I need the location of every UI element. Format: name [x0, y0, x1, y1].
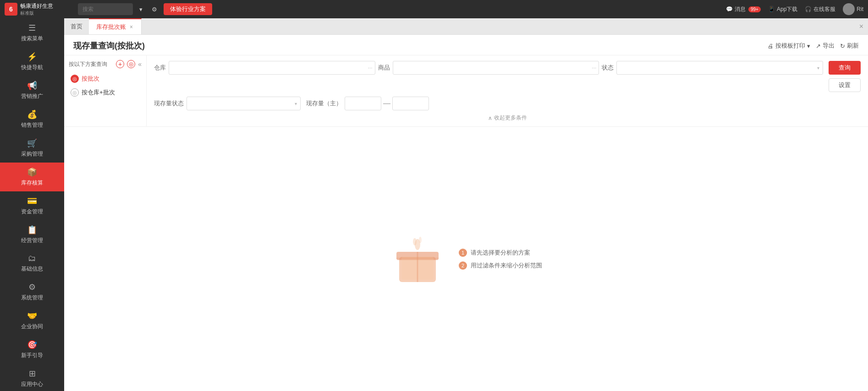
- sidebar-label-guide: 新手引导: [21, 352, 43, 359]
- warehouse-more-icon[interactable]: ···: [368, 65, 373, 71]
- tip-1-number: 1: [459, 249, 467, 257]
- sidebar-item-marketing[interactable]: 📢 营销推广: [0, 76, 64, 105]
- sidebar-item-ops[interactable]: 📋 经营管理: [0, 220, 64, 249]
- status-select-wrap: 启用 停用 ▾: [616, 61, 823, 75]
- system-icon: ⚙: [28, 282, 36, 292]
- purchase-icon: 🛒: [27, 138, 37, 148]
- messages-badge: 99+: [748, 6, 761, 12]
- scheme-item-batch[interactable]: ◎ 按批次: [64, 72, 146, 86]
- tab-inventory-batch[interactable]: 库存批次账 ×: [89, 18, 142, 34]
- scheme-add-btn[interactable]: +: [116, 60, 124, 68]
- scheme-collapse-btn[interactable]: «: [138, 60, 142, 68]
- sidebar-item-sales[interactable]: 💰 销售管理: [0, 105, 64, 134]
- sidebar-item-inventory[interactable]: 📦 库存核算: [0, 163, 64, 191]
- settings-btn[interactable]: ⚙: [149, 5, 160, 14]
- finance-icon: 💳: [27, 196, 37, 206]
- goods-label: 商品: [378, 64, 390, 72]
- sidebar-item-finance[interactable]: 💳 资金管理: [0, 191, 64, 220]
- scheme-item-warehouse-batch[interactable]: ◎ 按仓库+批次: [64, 86, 146, 99]
- empty-tip-2: 2 用过滤条件来缩小分析范围: [459, 261, 542, 270]
- experience-btn[interactable]: 体验行业方案: [164, 3, 212, 15]
- sidebar-label-collab: 企业协同: [21, 323, 43, 331]
- app-download-label: App下载: [777, 5, 797, 13]
- tab-close-icon[interactable]: ×: [129, 24, 134, 30]
- print-icon: 🖨: [768, 43, 774, 49]
- scheme-item-batch-icon: ◎: [71, 75, 79, 83]
- home-label: 首页: [71, 22, 82, 31]
- company-name: 畅康通好生意: [20, 2, 53, 10]
- sidebar-label-finance: 资金管理: [21, 208, 43, 216]
- goods-input[interactable]: [393, 61, 599, 75]
- qty-label: 现存量（主）: [306, 99, 342, 108]
- empty-tip-1: 1 请先选择要分析的方案: [459, 249, 542, 257]
- phone-icon: 📱: [768, 6, 775, 12]
- online-service-label: 在线客服: [813, 5, 835, 13]
- qty-input-row: —: [345, 97, 429, 110]
- goods-more-icon[interactable]: ···: [592, 65, 596, 71]
- quick-nav-icon: ⚡: [27, 52, 37, 62]
- sales-icon: 💰: [27, 109, 37, 119]
- scheme-item-batch-label: 按批次: [82, 75, 99, 83]
- empty-state: 1 请先选择要分析的方案 2 用过滤条件来缩小分析范围: [64, 127, 868, 391]
- sidebar-label-purchase: 采购管理: [21, 150, 43, 158]
- sidebar-label-ops: 经营管理: [21, 237, 43, 244]
- warehouse-label: 仓库: [154, 64, 166, 72]
- setting-btn[interactable]: 设置: [829, 78, 861, 92]
- sidebar-item-guide[interactable]: 🎯 新手引导: [0, 335, 64, 364]
- dropdown-btn[interactable]: ▾: [137, 5, 145, 14]
- qty-min-input[interactable]: [345, 97, 381, 110]
- user-avatar-area[interactable]: Rit: [843, 3, 863, 15]
- scheme-header: 按以下方案查询 + ◎ «: [64, 60, 146, 72]
- refresh-label: 刷新: [847, 42, 859, 50]
- sidebar-label-basic: 基础信息: [21, 265, 43, 273]
- qty-col: 现存量（主） —: [306, 97, 444, 110]
- qty-max-input[interactable]: [392, 97, 429, 110]
- tab-home[interactable]: 首页: [64, 18, 89, 34]
- sidebar-item-purchase[interactable]: 🛒 采购管理: [0, 134, 64, 163]
- collapse-btn[interactable]: ∧ 收起更多条件: [488, 114, 527, 122]
- export-btn[interactable]: ↗ 导出: [816, 42, 835, 50]
- inventory-icon: 📦: [27, 167, 37, 177]
- messages-btn[interactable]: 💬 消息 99+: [726, 5, 761, 13]
- basic-icon: 🗂: [28, 254, 36, 263]
- scheme-target-btn[interactable]: ◎: [127, 60, 135, 68]
- messages-label: 消息: [735, 5, 746, 13]
- tab-bar: 首页 库存批次账 × ×: [64, 18, 868, 35]
- sidebar-item-basic[interactable]: 🗂 基础信息: [0, 249, 64, 277]
- sidebar-label-sales: 销售管理: [21, 121, 43, 129]
- marketing-icon: 📢: [27, 81, 37, 91]
- status-select[interactable]: 启用 停用: [616, 61, 823, 75]
- app-download-btn[interactable]: 📱 App下载: [768, 5, 797, 13]
- tip-2-number: 2: [459, 261, 467, 270]
- print-btn[interactable]: 🖨 按模板打印 ▾: [768, 42, 810, 50]
- collapse-row: ∧ 收起更多条件: [154, 113, 861, 125]
- scheme-sidebar: 按以下方案查询 + ◎ « ◎ 按批次 ◎: [64, 55, 147, 126]
- sidebar-item-apps[interactable]: ⊞ 应用中心: [0, 364, 64, 391]
- sidebar-label-search: 搜索菜单: [21, 35, 43, 43]
- refresh-btn[interactable]: ↻ 刷新: [840, 42, 859, 50]
- main-layout: ☰ 搜索菜单 ⚡ 快捷导航 📢 营销推广 💰 销售管理 🛒 采购管理 📦 库存核…: [0, 18, 868, 391]
- scheme-item-warehouse-batch-label: 按仓库+批次: [82, 88, 115, 97]
- company-info: 畅康通好生意 标准版: [20, 2, 53, 16]
- collapse-label: 收起更多条件: [494, 114, 527, 122]
- sidebar: ☰ 搜索菜单 ⚡ 快捷导航 📢 营销推广 💰 销售管理 🛒 采购管理 📦 库存核…: [0, 18, 64, 391]
- search-input[interactable]: [78, 3, 133, 15]
- inv-status-col: 现存量状态 有库存 无库存 ▾: [154, 97, 301, 110]
- empty-illustration: [390, 232, 445, 287]
- query-btn[interactable]: 查询: [829, 61, 861, 75]
- warehouse-input[interactable]: [169, 61, 375, 75]
- user-avatar: [843, 3, 855, 15]
- tab-right-close[interactable]: ×: [855, 18, 868, 34]
- sidebar-item-collab[interactable]: 🤝 企业协同: [0, 306, 64, 335]
- empty-svg: [390, 232, 445, 287]
- sidebar-item-quick-nav[interactable]: ⚡ 快捷导航: [0, 47, 64, 76]
- qty-dash: —: [383, 99, 390, 108]
- online-service-btn[interactable]: 🎧 在线客服: [805, 5, 835, 13]
- inventory-status-select[interactable]: 有库存 无库存: [187, 97, 301, 110]
- filter-section: 按以下方案查询 + ◎ « ◎ 按批次 ◎: [64, 55, 868, 127]
- sidebar-item-search[interactable]: ☰ 搜索菜单: [0, 18, 64, 47]
- sidebar-item-system[interactable]: ⚙ 系统管理: [0, 277, 64, 306]
- page-title: 现存量查询(按批次): [73, 40, 145, 51]
- header-right: 💬 消息 99+ 📱 App下载 🎧 在线客服 Rit: [726, 3, 863, 15]
- tip-2-text: 用过滤条件来缩小分析范围: [471, 261, 542, 270]
